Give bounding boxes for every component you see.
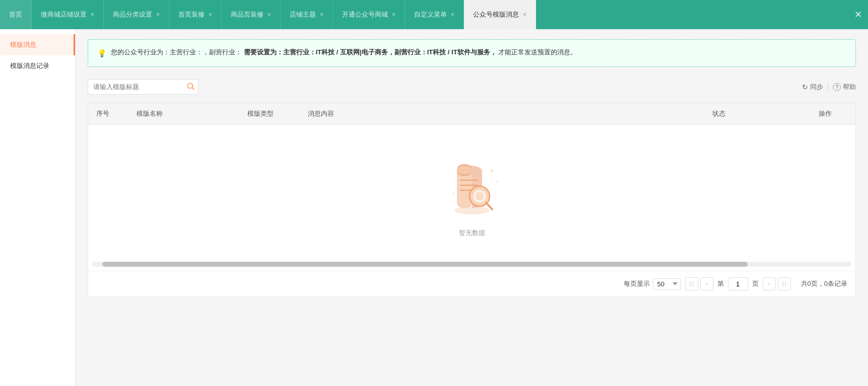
tab-home[interactable]: 首页 [0,0,32,29]
prev-page-button[interactable]: ＜ [700,277,713,290]
search-bar-right: ↻ 同步 | ? 帮助 [802,83,856,92]
notice-prefix: 您的公众号行业为：主营行业：，副营行业： [111,48,242,56]
tab-homepage[interactable]: 首页装修× [169,0,222,29]
help-icon: ? [833,83,841,91]
tab-label-theme: 店铺主题 [290,10,316,19]
tab-label-category: 商品分类设置 [113,10,152,19]
col-header-seq: 序号 [88,103,128,124]
toolbar-divider: | [827,83,829,91]
tab-close-template-msg[interactable]: × [523,11,526,18]
scrollbar-track[interactable] [92,262,851,267]
col-header-action: 操作 [795,103,855,124]
help-label: 帮助 [843,83,856,92]
notice-suffix: 才能正常发送预置的消息。 [498,48,577,56]
search-input[interactable] [88,79,198,95]
col-header-name: 模版名称 [128,103,239,124]
tab-label-weshop: 微商城店铺设置 [41,10,87,19]
tab-close-custom-menu[interactable]: × [451,11,454,18]
scrollbar-thumb[interactable] [102,262,748,267]
tab-open-mall[interactable]: 开通公众号商城× [333,0,405,29]
sync-button[interactable]: ↻ 同步 [802,83,823,92]
tab-label-template-msg: 公众号模版消息 [473,10,519,19]
tab-weshop[interactable]: 微商城店铺设置× [32,0,104,29]
notice-box: 💡 您的公众号行业为：主营行业：，副营行业： 需要设置为：主营行业：IT科技 /… [88,39,856,67]
sidebar-item-template-record[interactable]: 模版消息记录 [0,55,75,76]
tab-category[interactable]: 商品分类设置× [104,0,169,29]
page-unit-label: 页 [752,279,759,288]
page-size-selector: 每页显示 50 10 20 100 [624,278,681,290]
global-close-button[interactable]: ✕ [848,0,868,29]
horizontal-scrollbar-area[interactable] [88,258,855,271]
col-header-status: 状态 [704,103,795,124]
col-header-content: 消息内容 [300,103,704,124]
svg-line-1 [192,88,194,90]
main-layout: 模版消息模版消息记录 💡 您的公众号行业为：主营行业：，副营行业： 需要设置为：… [0,29,868,386]
tab-theme[interactable]: 店铺主题× [281,0,333,29]
sync-icon: ↻ [802,83,808,91]
tab-close-weshop[interactable]: × [91,11,94,18]
page-size-label: 每页显示 [624,279,650,288]
tab-close-product-page[interactable]: × [268,11,271,18]
pagination: 每页显示 50 10 20 100 ⟨⟨ ＜ 第 页 ＞ ⟩⟩ [88,271,855,296]
search-bar: ↻ 同步 | ? 帮助 [88,79,856,95]
page-size-select[interactable]: 50 10 20 100 [653,278,681,290]
table-header: 序号 模版名称 模版类型 消息内容 状态 操作 [88,103,855,125]
tab-template-msg[interactable]: 公众号模版消息× [464,0,536,29]
sidebar-item-template-msg[interactable]: 模版消息 [0,34,75,55]
tab-bar: 首页微商城店铺设置×商品分类设置×首页装修×商品页装修×店铺主题×开通公众号商城… [0,0,868,29]
svg-text:✦: ✦ [496,180,499,183]
next-page-button[interactable]: ＞ [763,277,776,290]
sync-label: 同步 [810,83,823,92]
search-icon[interactable] [187,83,194,92]
tab-label-home: 首页 [9,10,22,19]
svg-text:✦: ✦ [452,192,455,196]
sidebar: 模版消息模版消息记录 [0,29,76,386]
tab-label-open-mall: 开通公众号商城 [342,10,388,19]
search-input-wrap [88,79,198,95]
tab-close-open-mall[interactable]: × [392,11,395,18]
tab-close-category[interactable]: × [156,11,160,18]
empty-text: 暂无数据 [459,228,485,238]
data-table: 序号 模版名称 模版类型 消息内容 状态 操作 [88,103,856,297]
notice-icon: 💡 [97,47,107,59]
help-button[interactable]: ? 帮助 [833,83,856,92]
page-number-input[interactable] [728,277,748,290]
content-area: 💡 您的公众号行业为：主营行业：，副营行业： 需要设置为：主营行业：IT科技 /… [76,29,868,386]
tab-product-page[interactable]: 商品页装修× [222,0,281,29]
svg-text:✦: ✦ [490,168,494,174]
tab-label-custom-menu: 自定义菜单 [414,10,447,19]
notice-highlight: 需要设置为：主营行业：IT科技 / 互联网|电子商务，副营行业：IT科技 / I… [244,48,497,56]
tab-label-homepage: 首页装修 [178,10,205,19]
tab-close-homepage[interactable]: × [209,11,212,18]
tab-label-product-page: 商品页装修 [231,10,263,19]
empty-illustration: ✦ ✦ ✦ [439,155,505,220]
svg-point-9 [476,192,484,200]
notice-text: 您的公众号行业为：主营行业：，副营行业： 需要设置为：主营行业：IT科技 / 互… [111,47,577,58]
page-label: 第 [717,279,724,288]
col-header-type: 模版类型 [239,103,300,124]
tab-close-theme[interactable]: × [320,11,323,18]
page-navigation: ⟨⟨ ＜ 第 页 ＞ ⟩⟩ [685,277,791,290]
tab-custom-menu[interactable]: 自定义菜单× [405,0,464,29]
first-page-button[interactable]: ⟨⟨ [685,277,698,290]
empty-state: ✦ ✦ ✦ 暂无数据 [88,125,855,258]
total-info: 共0页，0条记录 [801,279,847,288]
last-page-button[interactable]: ⟩⟩ [778,277,791,290]
